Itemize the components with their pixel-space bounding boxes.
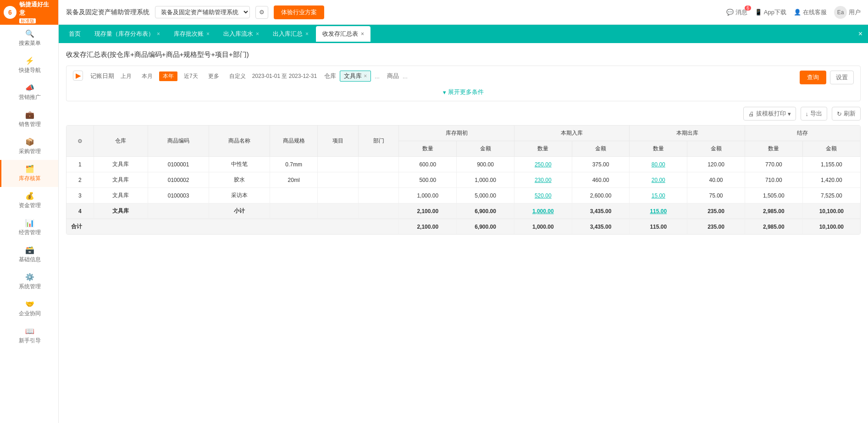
date-btn-7days[interactable]: 近7天 [180,71,202,81]
cell-open-qty: 600.00 [399,157,457,172]
th-warehouse: 仓库 [94,126,148,157]
date-btn-custom[interactable]: 自定义 [226,71,249,81]
filter-collapse-btn[interactable]: ▶ [73,71,83,81]
table-footer: 合计 2,100.00 6,900.00 1,000.00 3,435.00 1… [66,219,860,235]
table-row: 2文具库0100002胶水20ml500.001,000.00230.00460… [66,172,860,188]
sidebar-item-purchase[interactable]: 📦 采购管理 [0,133,58,160]
cell-open-amt: 1,000.00 [457,172,514,188]
tab-summary[interactable]: 出入库汇总 × [266,26,315,42]
cell-in-amt: 460.00 [572,172,630,188]
tab-close-inventory-dist[interactable]: × [157,31,160,37]
th-code: 商品编码 [148,126,209,157]
date-btn-this-month[interactable]: 本月 [138,71,156,81]
cell-out-amt: 40.00 [687,172,745,188]
main-area: 装备及固定资产辅助管理系统 装备及固定资产辅助管理系统 ⚙ 体验行业方案 💬 消… [59,0,868,423]
cell-in-qty[interactable]: 520.00 [514,188,572,203]
tab-home[interactable]: 首页 [62,26,87,42]
tab-flow[interactable]: 出入库流水 × [217,26,265,42]
footer-out-qty: 115.00 [630,219,687,235]
th-open-qty: 数量 [399,141,457,157]
user-area[interactable]: Ea 用户 [834,6,861,19]
tab-close-stock-summary[interactable]: × [361,31,364,37]
tab-close-flow[interactable]: × [256,31,259,37]
experience-btn[interactable]: 体验行业方案 [274,5,324,19]
tab-inventory-dist[interactable]: 现存量（库存分布表） × [88,26,166,42]
sidebar-item-search[interactable]: 🔍 搜索菜单 [0,25,58,52]
th-open-amt: 金额 [457,141,514,157]
cell-out-amt: 75.00 [687,188,745,203]
sidebar-item-funds[interactable]: 💰 资金管理 [0,187,58,214]
filter-settings-btn[interactable]: 设置 [830,71,854,84]
th-dept: 部门 [358,126,399,157]
tab-close-summary[interactable]: × [305,31,309,37]
table-settings-icon[interactable]: ⚙ [77,138,83,144]
th-in-amt: 金额 [572,141,630,157]
tab-stock-summary[interactable]: 收发存汇总表 × [316,26,370,42]
cell-out-qty[interactable]: 80.00 [630,157,687,172]
refresh-btn[interactable]: ↻ 刷新 [832,107,861,121]
table-row: 4文具库小计2,100.006,900.001,000.003,435.0011… [66,203,860,219]
cell-in-qty[interactable]: 250.00 [514,157,572,172]
search-icon: 🔍 [25,29,34,38]
sidebar-item-guide[interactable]: 📖 新手引导 [0,322,58,349]
app-download-btn[interactable]: 📱 App下载 [755,8,786,16]
cell-out-qty[interactable]: 115.00 [630,203,687,219]
cell-in-qty[interactable]: 230.00 [514,172,572,188]
th-out: 本期出库 [630,126,745,141]
system-title: 装备及固定资产辅助管理系统 [66,8,149,16]
page-title: 收发存汇总表(按仓库+商品编码+商品+规格型号+项目+部门) [66,50,861,59]
th-bal-amt: 金额 [802,141,860,157]
quicknav-icon: ⚡ [25,56,34,65]
sidebar-item-system[interactable]: ⚙️ 系统管理 [0,268,58,295]
date-btn-last-month[interactable]: 上月 [117,71,135,81]
sidebar-item-cooperation[interactable]: 🤝 企业协同 [0,295,58,322]
settings-icon-btn[interactable]: ⚙ [255,6,268,19]
query-btn[interactable]: 查询 [800,71,826,84]
cell-warehouse: 文具库 [94,157,148,172]
base-info-icon: 🗃️ [25,246,34,254]
cell-out-qty[interactable]: 20.00 [630,172,687,188]
print-btn[interactable]: 🖨 拔模板打印 ▾ [743,107,796,121]
cell-bal-qty: 1,505.00 [745,188,802,203]
cell-in-qty[interactable]: 1,000.00 [514,203,572,219]
th-project: 项目 [317,126,358,157]
th-name: 商品名称 [209,126,270,157]
tab-close-batch[interactable]: × [206,31,210,37]
sidebar-logo: 6 畅捷通好生意 标准版 [0,0,58,25]
date-btn-more[interactable]: 更多 [205,71,223,81]
cell-project [317,188,358,203]
print-icon: 🖨 [748,110,754,117]
th-settings[interactable]: ⚙ [66,126,94,157]
message-btn[interactable]: 💬 消息 6 [726,8,747,16]
sidebar-item-base-info[interactable]: 🗃️ 基础信息 [0,241,58,268]
sidebar-item-sales[interactable]: 💼 销售管理 [0,106,58,133]
service-icon: 👤 [794,9,801,16]
expand-down-icon: ▾ [443,89,446,96]
cell-open-qty: 2,100.00 [399,203,457,219]
date-filter: 记账日期 上月 本月 本年 近7天 更多 自定义 2023-01-01 至 20… [90,71,317,81]
sidebar-item-inventory[interactable]: 🗂️ 库存核算 [0,160,58,187]
sidebar-item-marketing[interactable]: 📣 营销推广 [0,79,58,106]
operations-icon: 📊 [25,219,34,227]
cell-name: 小计 [209,203,270,219]
sidebar: 6 畅捷通好生意 标准版 🔍 搜索菜单 ⚡ 快捷导航 📣 营销推广 💼 销售管理 [0,0,59,423]
logo-text: 畅捷通好生意 标准版 [19,0,55,24]
cell-bal-amt: 1,155.00 [802,157,860,172]
cell-open-amt: 900.00 [457,157,514,172]
export-btn[interactable]: ↓ 导出 [801,107,828,121]
filter-left: 记账日期 上月 本月 本年 近7天 更多 自定义 2023-01-01 至 20… [90,71,792,82]
filter-section: ▶ 记账日期 上月 本月 本年 近7天 更多 自定义 2023-01-01 至 … [73,71,854,84]
sidebar-item-quick-nav[interactable]: ⚡ 快捷导航 [0,52,58,79]
cell-num: 2 [66,172,94,188]
warehouse-tag-remove[interactable]: × [364,73,367,79]
system-select[interactable]: 装备及固定资产辅助管理系统 [155,6,250,18]
date-btn-this-year[interactable]: 本年 [159,71,177,81]
expand-more-btn[interactable]: ▾ 展开更多条件 [73,88,854,96]
cell-spec [270,203,318,219]
cell-out-qty[interactable]: 15.00 [630,188,687,203]
sidebar-item-operations[interactable]: 📊 经营管理 [0,214,58,241]
tab-batch[interactable]: 库存批次账 × [167,26,216,42]
tabbar-close-btn[interactable]: × [857,28,864,40]
cell-bal-qty: 770.00 [745,157,802,172]
online-service-btn[interactable]: 👤 在线客服 [794,8,827,16]
